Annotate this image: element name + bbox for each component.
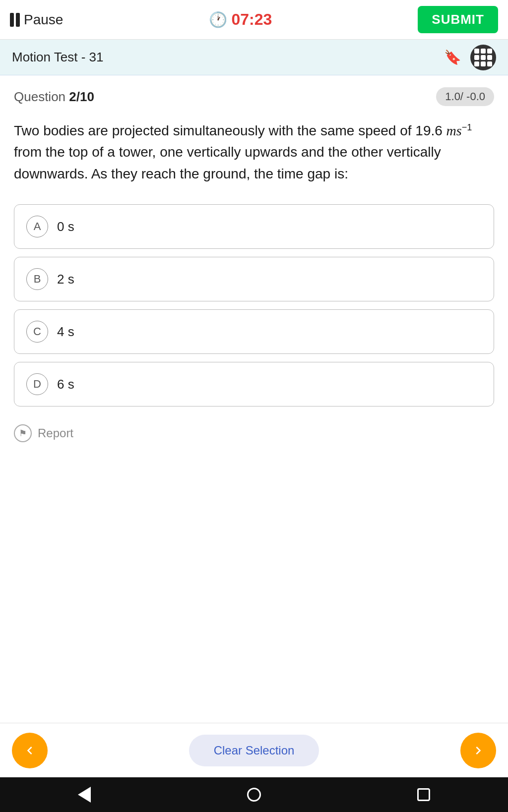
- android-recents-button[interactable]: [417, 788, 430, 801]
- alarm-icon: 🕐: [209, 11, 227, 28]
- header-icons: 🔖: [444, 45, 496, 70]
- android-nav-bar: [0, 777, 508, 812]
- question-counter: 2/10: [69, 89, 94, 104]
- prev-arrow-icon: [22, 743, 38, 758]
- pause-button[interactable]: Pause: [10, 12, 63, 28]
- option-label-b: B: [26, 268, 48, 290]
- option-b[interactable]: B 2 s: [14, 257, 494, 301]
- option-label-d: D: [26, 373, 48, 395]
- report-row[interactable]: ⚑ Report: [14, 424, 494, 442]
- option-label-a: A: [26, 216, 48, 237]
- option-c[interactable]: C 4 s: [14, 309, 494, 354]
- question-text: Two bodies are projected simultaneously …: [14, 120, 494, 184]
- pause-label: Pause: [24, 12, 63, 28]
- next-button[interactable]: [460, 733, 496, 768]
- option-text-a: 0 s: [57, 219, 74, 234]
- math-symbol: ms: [446, 123, 462, 138]
- options-list: A 0 s B 2 s C 4 s D 6 s: [14, 204, 494, 406]
- next-arrow-icon: [470, 743, 486, 758]
- question-number: Question 2/10: [14, 89, 94, 105]
- bottom-nav: Clear Selection: [0, 723, 508, 777]
- pause-icon: [10, 13, 20, 27]
- question-text-part1: Two bodies are projected simultaneously …: [14, 123, 446, 138]
- option-text-c: 4 s: [57, 324, 74, 340]
- grid-button[interactable]: [470, 45, 496, 70]
- score-badge: 1.0/ -0.0: [436, 87, 494, 106]
- test-title: Motion Test - 31: [12, 50, 104, 65]
- submit-button[interactable]: SUBMIT: [418, 6, 498, 33]
- timer-display: 🕐 07:23: [209, 10, 272, 29]
- report-icon: ⚑: [14, 424, 32, 442]
- bookmark-icon[interactable]: 🔖: [444, 49, 461, 65]
- question-meta: Question 2/10 1.0/ -0.0: [14, 87, 494, 106]
- option-text-d: 6 s: [57, 377, 74, 392]
- question-prefix: Question: [14, 89, 69, 104]
- grid-icon: [474, 49, 492, 66]
- question-area: Question 2/10 1.0/ -0.0 Two bodies are p…: [0, 75, 508, 723]
- timer-value: 07:23: [231, 10, 272, 29]
- android-back-button[interactable]: [78, 787, 91, 803]
- option-a[interactable]: A 0 s: [14, 204, 494, 249]
- test-header: Motion Test - 31 🔖: [0, 40, 508, 75]
- option-d[interactable]: D 6 s: [14, 362, 494, 406]
- report-label: Report: [38, 426, 73, 440]
- clear-selection-button[interactable]: Clear Selection: [189, 735, 319, 766]
- question-text-part2: from the top of a tower, one vertically …: [14, 144, 441, 181]
- top-bar: Pause 🕐 07:23 SUBMIT: [0, 0, 508, 40]
- math-exponent: −1: [462, 122, 472, 132]
- android-home-button[interactable]: [247, 788, 261, 802]
- prev-button[interactable]: [12, 733, 48, 768]
- option-text-b: 2 s: [57, 272, 74, 287]
- option-label-c: C: [26, 321, 48, 343]
